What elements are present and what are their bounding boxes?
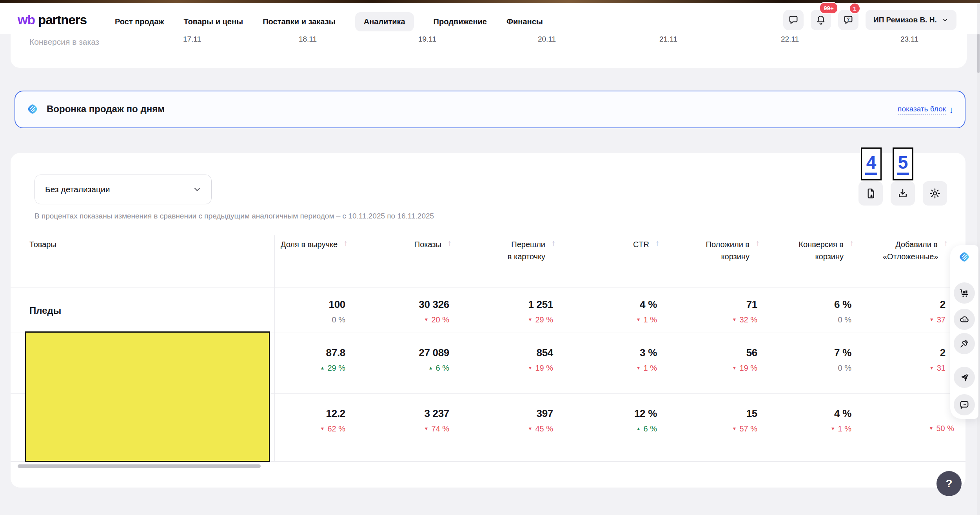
trend-delta: ▼50 %	[866, 424, 954, 433]
table-settings-button[interactable]	[923, 181, 947, 206]
metric-cell: 4 % ▼1 %	[559, 288, 662, 333]
account-menu[interactable]: ИП Ремизов В. Н.	[866, 10, 956, 30]
wb-partners-logo[interactable]: wb partners	[18, 13, 87, 27]
metric-cell: 854 ▼19 %	[455, 333, 559, 394]
nav-finansy[interactable]: Финансы	[506, 17, 543, 26]
trend-delta: ▼31	[857, 364, 946, 373]
sort-arrow-icon[interactable]: ↑	[944, 238, 948, 248]
metric-value: 30 326	[351, 298, 449, 311]
metric-value	[857, 408, 946, 419]
previous-metrics-card	[11, 34, 967, 68]
create-report-button[interactable]	[858, 181, 883, 206]
help-fab-button[interactable]: ?	[936, 471, 962, 496]
date-label: 17.11	[183, 35, 201, 44]
sort-arrow-icon[interactable]: ↑	[448, 238, 452, 248]
nav-analitika-active[interactable]: Аналитика	[355, 12, 414, 31]
date-label: 19.11	[418, 35, 436, 44]
column-header-cart-conversion[interactable]: Конверсия в корзину ↑	[763, 235, 857, 288]
sort-arrow-icon[interactable]: ↑	[552, 238, 556, 248]
metric-cell: 15 ▼57 %	[662, 394, 763, 462]
metric-cell: 3 % ▼1 %	[559, 333, 662, 394]
horizontal-scrollbar-thumb[interactable]	[18, 464, 261, 468]
metric-cell: 7 % 0 %	[763, 333, 857, 394]
metric-cell: 397 ▼45 %	[455, 394, 559, 462]
metric-cell: 30 326 ▼20 %	[351, 288, 455, 333]
file-plus-icon	[865, 187, 877, 199]
sort-arrow-icon[interactable]: ↑	[344, 238, 348, 248]
trend-triangle-icon: ▼	[929, 317, 934, 322]
metric-cell: 100 0 %	[274, 288, 351, 333]
table-header-row: Товары Доля в выручке ↑ Показы ↑ Перешли…	[11, 235, 951, 288]
trend-delta: 0 %	[763, 364, 851, 373]
metric-value: 12.2	[274, 408, 345, 420]
detail-filter-value: Без детализации	[45, 185, 192, 194]
nav-postavki-i-zakazy[interactable]: Поставки и заказы	[263, 17, 336, 26]
feedback-tool-button[interactable]	[954, 394, 975, 415]
trend-delta: ▼45 %	[455, 424, 553, 433]
chevron-down-icon	[942, 16, 949, 24]
trend-triangle-icon: ▼	[732, 317, 737, 322]
nav-prodvizhenie[interactable]: Продвижение	[434, 17, 487, 26]
metric-value: 2	[857, 298, 946, 311]
column-header-impressions[interactable]: Показы ↑	[351, 235, 455, 288]
metric-cell: 56 ▼19 %	[662, 333, 763, 394]
metric-value: 87.8	[274, 347, 345, 359]
column-header-ctr[interactable]: CTR ↑	[559, 235, 662, 288]
trend-delta: ▼57 %	[662, 424, 757, 433]
sort-arrow-icon[interactable]: ↑	[850, 238, 854, 248]
account-name: ИП Ремизов В. Н.	[873, 16, 937, 24]
trend-delta: ▼20 %	[351, 315, 449, 324]
trend-triangle-icon: ▲	[428, 365, 433, 371]
metric-value: 3 237	[351, 408, 449, 420]
trend-delta: ▼1 %	[559, 364, 657, 373]
trend-delta: ▲6 %	[351, 364, 449, 373]
trend-triangle-icon: ▼	[636, 317, 641, 322]
cloud-tool-button[interactable]	[954, 309, 975, 330]
browser-scrollbar-thumb[interactable]	[977, 34, 980, 73]
metric-cell-clipped: 2 ▼37	[857, 288, 951, 333]
date-label: 21.11	[659, 35, 677, 44]
column-header-revenue-share[interactable]: Доля в выручке ↑	[274, 235, 351, 288]
column-header-added-to-favorites[interactable]: Добавили в «Отложенные» ↑	[857, 235, 951, 288]
trend-delta: ▼29 %	[455, 315, 553, 324]
cloud-icon	[959, 314, 970, 325]
svg-text:?: ?	[847, 17, 850, 22]
trend-triangle-icon: ▲	[320, 365, 325, 371]
metric-cell: 6 % 0 %	[763, 288, 857, 333]
banner-title: Воронка продаж по дням	[47, 104, 165, 115]
show-block-link[interactable]: показать блок ↓	[898, 105, 954, 115]
metric-cell-clipped: 2 ▼31	[857, 333, 951, 394]
trend-triangle-icon: ▼	[528, 365, 533, 371]
table-row[interactable]: Пледы 100 0 % 30 326 ▼20 % 1 251 ▼29 % 4…	[11, 288, 951, 333]
trend-delta: ▼19 %	[662, 364, 757, 373]
nav-tovary-i-ceny[interactable]: Товары и цены	[184, 17, 243, 26]
annotation-mark-5: 5	[893, 147, 913, 180]
trend-delta: ▼74 %	[351, 424, 449, 433]
download-button[interactable]	[891, 181, 915, 206]
telegram-tool-button[interactable]	[954, 367, 975, 388]
sort-arrow-icon[interactable]: ↑	[756, 238, 760, 248]
column-header-card-opens[interactable]: Перешли в карточку ↑	[455, 235, 559, 288]
trend-delta: ▼62 %	[274, 424, 345, 433]
cart-tool-button[interactable]	[954, 282, 975, 304]
metric-cell: 87.8 ▲29 %	[274, 333, 351, 394]
trend-triangle-icon: ▼	[528, 317, 533, 322]
nav-rost-prodazh[interactable]: Рост продаж	[115, 17, 164, 26]
plug-icon	[959, 338, 970, 349]
gear-icon	[929, 187, 941, 199]
chat-button[interactable]	[783, 10, 804, 30]
metric-cell: 4 % ▼1 %	[763, 394, 857, 462]
column-header-added-to-cart[interactable]: Положили в корзину ↑	[662, 235, 763, 288]
show-block-label: показать блок	[898, 105, 946, 115]
date-label: 20.11	[538, 35, 556, 44]
trend-delta: ▼37	[857, 315, 946, 324]
detail-filter-select[interactable]: Без детализации	[34, 175, 212, 204]
sort-arrow-icon[interactable]: ↑	[655, 238, 660, 248]
sales-funnel-banner: Воронка продаж по дням показать блок ↓	[15, 91, 965, 128]
plugin-tool-button[interactable]	[954, 333, 975, 354]
comparison-note: В процентах показаны изменения в сравнен…	[34, 212, 434, 220]
jam-gem-button[interactable]	[957, 250, 971, 264]
date-label: 18.11	[299, 35, 317, 44]
metric-value: 6 %	[763, 298, 851, 311]
products-header-label: Товары	[29, 238, 56, 251]
